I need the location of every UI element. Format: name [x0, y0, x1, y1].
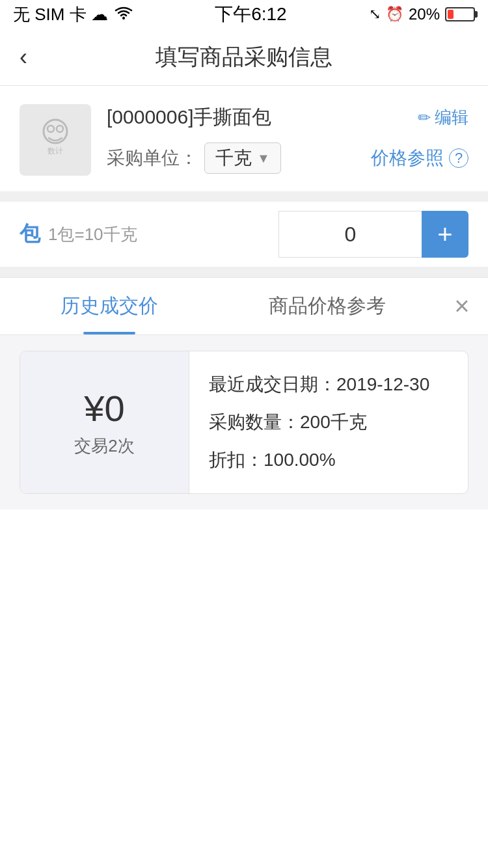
quantity-input[interactable] — [278, 211, 422, 258]
info-icon: ? — [449, 148, 468, 168]
quantity-left: 包 1包=10千克 — [20, 220, 137, 249]
tab-price-ref[interactable]: 商品价格参考 — [218, 278, 436, 334]
location-icon: ⤡ — [369, 6, 381, 23]
svg-point-0 — [122, 17, 125, 20]
tab-history-label: 历史成交价 — [61, 293, 158, 319]
battery-percent: 20% — [409, 5, 440, 23]
svg-point-1 — [44, 120, 67, 143]
purchase-qty-label: 采购数量： — [209, 412, 300, 432]
recent-date-value: 2019-12-30 — [336, 374, 429, 394]
product-section: 数计 [0000006]手撕面包 ✏ 编辑 采购单位： 千克 ▼ — [0, 86, 488, 191]
section-divider — [0, 191, 488, 202]
tab-price-ref-label: 商品价格参考 — [269, 293, 386, 319]
quantity-section: 包 1包=10千克 + — [0, 202, 488, 267]
price-ref-button[interactable]: 价格参照 ? — [371, 146, 468, 170]
quantity-plus-button[interactable]: + — [422, 211, 468, 258]
tabs-header: 历史成交价 商品价格参考 × — [0, 278, 488, 335]
quantity-input-row: + — [278, 211, 468, 258]
transaction-count: 交易2次 — [74, 435, 134, 457]
discount-row: 折扣：100.00% — [209, 446, 448, 474]
tabs-content: ¥0 交易2次 最近成交日期：2019-12-30 采购数量：200千克 折扣：… — [0, 335, 488, 509]
nav-bar: ‹ 填写商品采购信息 — [0, 29, 488, 86]
status-right: ⤡ ⏰ 20% — [369, 5, 475, 23]
purchase-qty-value: 200千克 — [300, 412, 367, 432]
dropdown-arrow-icon: ▼ — [257, 151, 270, 166]
battery-icon — [445, 7, 475, 21]
discount-label: 折扣： — [209, 450, 264, 470]
discount-value: 100.00% — [264, 450, 336, 470]
sim-text: 无 SIM 卡 ☁ — [13, 3, 108, 26]
unit-badge: 包 — [20, 220, 40, 249]
main-content-area — [0, 509, 488, 868]
history-card: ¥0 交易2次 最近成交日期：2019-12-30 采购数量：200千克 折扣：… — [20, 351, 468, 494]
unit-select[interactable]: 千克 ▼ — [204, 142, 281, 174]
price-number: 0 — [105, 388, 125, 429]
page-title: 填写商品采购信息 — [156, 42, 332, 72]
product-info: [0000006]手撕面包 ✏ 编辑 采购单位： 千克 ▼ 价格参照 ? — [107, 104, 468, 174]
svg-text:数计: 数计 — [47, 146, 63, 156]
status-left: 无 SIM 卡 ☁ — [13, 3, 133, 26]
close-button[interactable]: × — [436, 278, 488, 335]
tabs-section: 历史成交价 商品价格参考 × ¥0 交易2次 最近成交日期：2019-12-30… — [0, 277, 488, 509]
tab-active-indicator — [83, 332, 135, 334]
unit-label: 采购单位： 千克 ▼ — [107, 142, 281, 174]
tab-history-price[interactable]: 历史成交价 — [0, 278, 218, 334]
edit-icon: ✏ — [418, 109, 431, 127]
history-details: 最近成交日期：2019-12-30 采购数量：200千克 折扣：100.00% — [189, 351, 468, 493]
unit-conversion: 1包=10千克 — [48, 223, 137, 246]
alarm-icon: ⏰ — [386, 6, 403, 23]
status-time: 下午6:12 — [215, 2, 287, 27]
edit-button[interactable]: ✏ 编辑 — [418, 106, 468, 129]
product-thumb-icon: 数计 — [33, 113, 78, 167]
product-thumbnail: 数计 — [20, 104, 91, 176]
recent-date-row: 最近成交日期：2019-12-30 — [209, 371, 448, 398]
price-symbol: ¥ — [84, 388, 104, 429]
recent-date-label: 最近成交日期： — [209, 374, 336, 394]
history-price-block: ¥0 交易2次 — [20, 351, 189, 493]
back-button[interactable]: ‹ — [20, 44, 27, 71]
history-price-value: ¥0 — [84, 387, 124, 429]
svg-point-3 — [57, 126, 63, 132]
wifi-icon — [115, 5, 133, 25]
status-bar: 无 SIM 卡 ☁ 下午6:12 ⤡ ⏰ 20% — [0, 0, 488, 29]
svg-point-2 — [47, 126, 54, 132]
purchase-qty-row: 采购数量：200千克 — [209, 409, 448, 436]
product-name: [0000006]手撕面包 — [107, 104, 271, 131]
